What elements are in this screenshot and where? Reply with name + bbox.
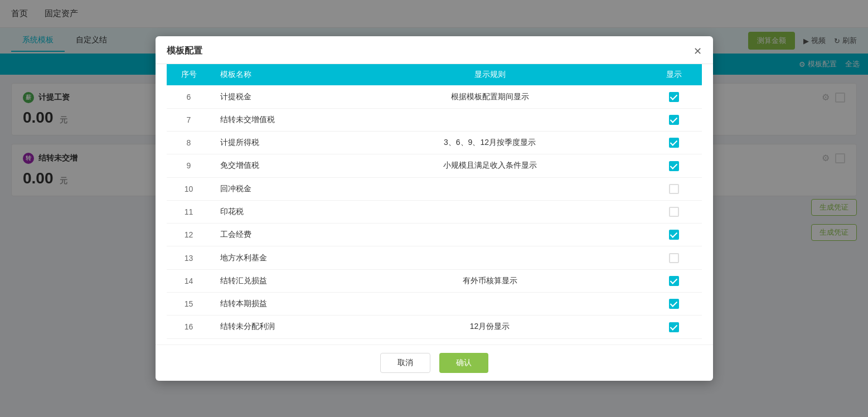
table-row: 13地方水利基金: [167, 246, 702, 269]
row-id: 10: [167, 177, 211, 200]
row-checkbox-cell: [646, 154, 702, 177]
row-checkbox-cell: [646, 269, 702, 292]
modal-close-button[interactable]: ✕: [694, 46, 702, 56]
row-checkbox-cell: [646, 177, 702, 200]
col-header-display: 显示: [646, 64, 702, 85]
row-id: 12: [167, 224, 211, 246]
row-rule: [334, 293, 646, 316]
row-id: 13: [167, 246, 211, 269]
row-rule: [334, 200, 646, 223]
row-checkbox[interactable]: [669, 207, 679, 217]
table-header: 序号 模板名称 显示规则 显示: [167, 64, 702, 85]
row-rule: [334, 177, 646, 200]
row-rule: [334, 224, 646, 246]
row-rule: 3、6、9、12月按季度显示: [334, 131, 646, 154]
row-checkbox[interactable]: [669, 184, 679, 194]
row-rule: 根据模板配置期间显示: [334, 85, 646, 108]
row-checkbox-cell: [646, 246, 702, 269]
modal-footer: 取消 确认: [156, 345, 713, 381]
row-checkbox-cell: [646, 108, 702, 131]
row-name: 结转未分配利润: [211, 316, 334, 338]
config-table: 序号 模板名称 显示规则 显示 6计提税金根据模板配置期间显示7结转未交增值税8…: [167, 64, 702, 338]
row-checkbox[interactable]: [669, 299, 679, 309]
row-checkbox[interactable]: [669, 253, 679, 263]
table-row: 14结转汇兑损益有外币核算显示: [167, 269, 702, 292]
row-checkbox-cell: [646, 85, 702, 108]
row-name: 印花税: [211, 200, 334, 223]
modal-template-config: 模板配置 ✕ 序号 模板名称 显示规则 显示 6计提税金根据模板配置期间: [156, 36, 713, 380]
row-name: 免交增值税: [211, 154, 334, 177]
row-name: 地方水利基金: [211, 246, 334, 269]
modal-title: 模板配置: [167, 45, 202, 57]
row-checkbox-cell: [646, 316, 702, 338]
row-rule: [334, 108, 646, 131]
row-name: 结转未交增值税: [211, 108, 334, 131]
row-id: 8: [167, 131, 211, 154]
row-checkbox-cell: [646, 224, 702, 246]
table-row: 16结转未分配利润12月份显示: [167, 316, 702, 338]
modal-body: 序号 模板名称 显示规则 显示 6计提税金根据模板配置期间显示7结转未交增值税8…: [156, 64, 713, 344]
row-checkbox[interactable]: [669, 322, 679, 332]
modal-overlay: 模板配置 ✕ 序号 模板名称 显示规则 显示 6计提税金根据模板配置期间: [0, 0, 868, 417]
cancel-button[interactable]: 取消: [380, 353, 430, 373]
col-header-name: 模板名称: [211, 64, 334, 85]
row-checkbox[interactable]: [669, 276, 679, 286]
modal-header: 模板配置 ✕: [156, 36, 713, 64]
table-row: 11印花税: [167, 200, 702, 223]
row-id: 16: [167, 316, 211, 338]
row-checkbox[interactable]: [669, 161, 679, 171]
row-checkbox[interactable]: [669, 115, 679, 125]
row-checkbox-cell: [646, 200, 702, 223]
row-id: 14: [167, 269, 211, 292]
row-rule: [334, 246, 646, 269]
row-checkbox[interactable]: [669, 92, 679, 102]
row-name: 工会经费: [211, 224, 334, 246]
row-name: 结转本期损益: [211, 293, 334, 316]
row-name: 结转汇兑损益: [211, 269, 334, 292]
row-id: 11: [167, 200, 211, 223]
row-checkbox[interactable]: [669, 230, 679, 240]
col-header-rule: 显示规则: [334, 64, 646, 85]
row-rule: 有外币核算显示: [334, 269, 646, 292]
confirm-button[interactable]: 确认: [439, 353, 488, 373]
table-row: 7结转未交增值税: [167, 108, 702, 131]
row-name: 回冲税金: [211, 177, 334, 200]
row-checkbox-cell: [646, 131, 702, 154]
table-row: 6计提税金根据模板配置期间显示: [167, 85, 702, 108]
row-id: 7: [167, 108, 211, 131]
table-body: 6计提税金根据模板配置期间显示7结转未交增值税8计提所得税3、6、9、12月按季…: [167, 85, 702, 338]
table-row: 10回冲税金: [167, 177, 702, 200]
row-rule: 12月份显示: [334, 316, 646, 338]
table-row: 8计提所得税3、6、9、12月按季度显示: [167, 131, 702, 154]
row-id: 15: [167, 293, 211, 316]
row-checkbox[interactable]: [669, 138, 679, 148]
row-id: 6: [167, 85, 211, 108]
table-row: 9免交增值税小规模且满足收入条件显示: [167, 154, 702, 177]
row-id: 9: [167, 154, 211, 177]
row-name: 计提税金: [211, 85, 334, 108]
row-rule: 小规模且满足收入条件显示: [334, 154, 646, 177]
row-name: 计提所得税: [211, 131, 334, 154]
row-checkbox-cell: [646, 293, 702, 316]
col-header-id: 序号: [167, 64, 211, 85]
table-row: 15结转本期损益: [167, 293, 702, 316]
table-row: 12工会经费: [167, 224, 702, 246]
